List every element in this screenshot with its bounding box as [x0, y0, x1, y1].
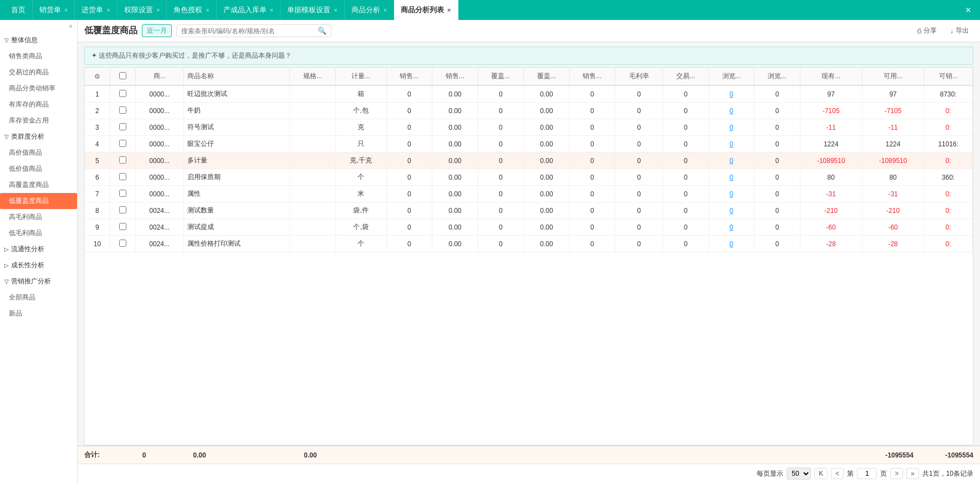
filter-period-button[interactable]: 近一月	[142, 24, 172, 37]
sidebar-item-low-coverage[interactable]: 低覆盖度商品	[0, 193, 77, 209]
cell-checkbox[interactable]	[110, 119, 135, 136]
page-number-input[interactable]	[857, 468, 877, 479]
next-page-button[interactable]: >	[890, 468, 903, 479]
sidebar-section-growth[interactable]: ▷ 成长性分析	[0, 257, 77, 273]
row-checkbox[interactable]	[119, 223, 126, 230]
sidebar-item-new-products[interactable]: 新品	[0, 306, 77, 322]
row-checkbox[interactable]	[119, 106, 126, 114]
sidebar-section-marketing[interactable]: ▽ 营销推广分析	[0, 273, 77, 289]
cell-browse1[interactable]: 0	[708, 136, 754, 152]
page-size-select[interactable]: 50	[787, 467, 811, 480]
row-checkbox[interactable]	[119, 140, 126, 147]
th-settings[interactable]: ⚙	[85, 68, 110, 85]
nav-sales[interactable]: 销货单 ×	[33, 0, 75, 20]
nav-finished-goods-close[interactable]: ×	[270, 7, 273, 13]
export-button[interactable]: ↓ 导出	[946, 24, 973, 37]
sidebar-item-high-coverage[interactable]: 高覆盖度商品	[0, 177, 77, 193]
th-browse1[interactable]: 浏览...	[708, 68, 754, 85]
cell-browse1[interactable]: 0	[708, 103, 754, 119]
row-checkbox[interactable]	[119, 206, 126, 213]
th-grossrate[interactable]: 毛利率	[615, 68, 663, 85]
nav-template-close[interactable]: ×	[334, 7, 337, 13]
row-checkbox[interactable]	[119, 173, 126, 180]
sidebar-item-category-turnover[interactable]: 商品分类动销率	[0, 80, 77, 96]
row-checkbox[interactable]	[119, 90, 126, 97]
sidebar-section-liquidity[interactable]: ▷ 流通性分析	[0, 241, 77, 257]
sidebar-item-all-products[interactable]: 全部商品	[0, 289, 77, 306]
th-checkbox[interactable]	[110, 68, 135, 85]
cell-browse1[interactable]: 0	[708, 85, 754, 103]
sidebar-item-low-margin[interactable]: 低毛利商品	[0, 225, 77, 241]
th-current[interactable]: 现有...	[800, 68, 862, 85]
nav-sales-close[interactable]: ×	[64, 7, 68, 13]
cell-transaction: 0	[663, 169, 709, 186]
cell-browse1[interactable]: 0	[708, 186, 754, 202]
sidebar-section-cluster[interactable]: ▽ 类群度分析	[0, 129, 77, 145]
sidebar-section-general[interactable]: ▽ 整体信息	[0, 32, 77, 48]
nav-home[interactable]: 首页	[4, 0, 33, 20]
nav-roles-close[interactable]: ×	[206, 7, 209, 13]
nav-purchase-close[interactable]: ×	[106, 7, 110, 13]
nav-permissions-close[interactable]: ×	[156, 7, 160, 13]
nav-analysis-list-close[interactable]: ×	[447, 7, 451, 13]
th-available[interactable]: 可用...	[862, 68, 924, 85]
prev-page-button[interactable]: <	[831, 468, 844, 479]
sidebar-item-high-margin[interactable]: 高毛利商品	[0, 209, 77, 225]
first-page-button[interactable]: K	[814, 468, 828, 479]
share-button[interactable]: ⎙ 分享	[913, 24, 941, 37]
th-sales1[interactable]: 销售...	[386, 68, 432, 85]
th-unit[interactable]: 计量...	[335, 68, 386, 85]
cell-checkbox[interactable]	[110, 85, 135, 103]
cell-checkbox[interactable]	[110, 236, 135, 252]
cell-checkbox[interactable]	[110, 219, 135, 236]
nav-purchase[interactable]: 进货单 ×	[75, 0, 117, 20]
th-sales2[interactable]: 销售...	[432, 68, 478, 85]
nav-product-analysis[interactable]: 商品分析 ×	[345, 0, 394, 20]
cell-browse1[interactable]: 0	[708, 236, 754, 252]
row-checkbox[interactable]	[119, 240, 126, 247]
nav-analysis-close[interactable]: ×	[384, 7, 387, 13]
row-checkbox[interactable]	[119, 156, 126, 164]
row-checkbox[interactable]	[119, 190, 126, 197]
th-cov2[interactable]: 覆盖...	[524, 68, 570, 85]
cell-checkbox[interactable]	[110, 202, 135, 219]
cell-browse1[interactable]: 0	[708, 119, 754, 136]
cell-checkbox[interactable]	[110, 103, 135, 119]
table-container[interactable]: ⚙ 商... 商品名称 规格... 计量... 销售... 销售... 覆盖..…	[84, 67, 973, 445]
cell-browse1[interactable]: 0	[708, 169, 754, 186]
nav-roles[interactable]: 角色授权 ×	[167, 0, 216, 20]
nav-template-settings[interactable]: 单据模板设置 ×	[280, 0, 344, 20]
cell-checkbox[interactable]	[110, 186, 135, 202]
th-spec[interactable]: 规格...	[290, 68, 336, 85]
sidebar-item-in-stock[interactable]: 有库存的商品	[0, 96, 77, 113]
last-page-button[interactable]: »	[906, 468, 919, 479]
th-transaction[interactable]: 交易...	[663, 68, 709, 85]
cell-browse1[interactable]: 0	[708, 152, 754, 169]
th-browse2[interactable]: 浏览...	[754, 68, 800, 85]
th-name[interactable]: 商品名称	[183, 68, 289, 85]
sidebar-item-traded-products[interactable]: 交易过的商品	[0, 64, 77, 80]
cell-cov2: 0.00	[524, 219, 570, 236]
sidebar-item-high-value[interactable]: 高价值商品	[0, 145, 77, 161]
cell-browse1[interactable]: 0	[708, 202, 754, 219]
cell-browse1[interactable]: 0	[708, 219, 754, 236]
th-salesamt[interactable]: 销售...	[569, 68, 615, 85]
nav-product-analysis-list[interactable]: 商品分析列表 ×	[394, 0, 458, 20]
th-cov1[interactable]: 覆盖...	[478, 68, 524, 85]
th-sellable[interactable]: 可销...	[924, 68, 972, 85]
sidebar-item-stock-value[interactable]: 库存资金占用	[0, 113, 77, 129]
row-checkbox[interactable]	[119, 123, 126, 130]
sidebar-collapse-button[interactable]: «	[0, 20, 77, 32]
sidebar-item-sales-products[interactable]: 销售类商品	[0, 48, 77, 64]
nav-permissions[interactable]: 权限设置 ×	[118, 0, 167, 20]
close-all-button[interactable]: ×	[961, 4, 976, 16]
search-input[interactable]	[181, 27, 315, 35]
settings-icon[interactable]: ⚙	[94, 73, 100, 80]
cell-checkbox[interactable]	[110, 152, 135, 169]
cell-checkbox[interactable]	[110, 169, 135, 186]
select-all-checkbox[interactable]	[119, 72, 126, 79]
sidebar-item-low-value[interactable]: 低价值商品	[0, 161, 77, 177]
nav-finished-goods[interactable]: 产成品入库单 ×	[217, 0, 280, 20]
th-code[interactable]: 商...	[135, 68, 183, 85]
cell-checkbox[interactable]	[110, 136, 135, 152]
